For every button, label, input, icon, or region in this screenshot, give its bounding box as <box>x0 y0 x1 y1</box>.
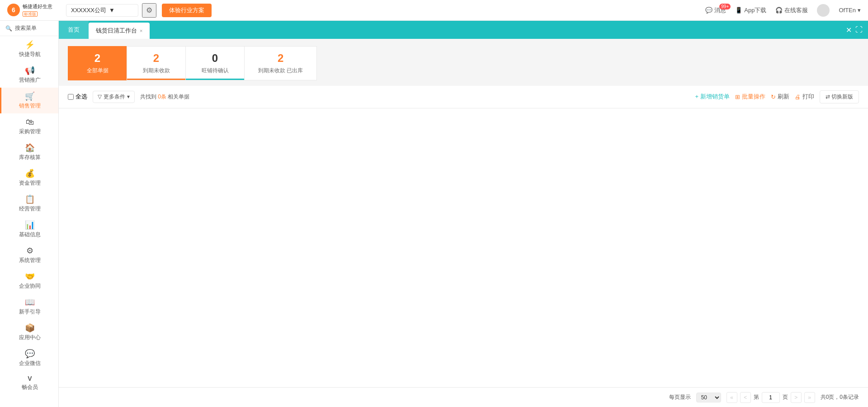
user-chevron-icon: ▾ <box>858 7 861 14</box>
card-all-orders[interactable]: 2 全部单据 <box>68 46 127 80</box>
header-right: 💬 消息 99+ 📱 App下载 🎧 在线客服 OfTEn ▾ <box>705 4 861 17</box>
download-icon: 📱 <box>735 7 742 14</box>
sidebar-item-label: 库存核算 <box>19 154 41 161</box>
batch-label: 批量操作 <box>742 93 765 101</box>
close-tab-button[interactable]: ✕ <box>846 26 852 34</box>
gear-icon: ⚙ <box>146 6 152 14</box>
print-label: 打印 <box>802 93 814 101</box>
tab-workbench[interactable]: 钱货日清工作台 × <box>89 23 150 39</box>
card-underline <box>127 79 185 80</box>
page-size-select[interactable]: 50 20 100 <box>696 393 721 402</box>
sidebar-item-enterprise[interactable]: 🤝 企业协同 <box>0 268 58 294</box>
top-header: 6 畅捷通好生意 标准版 XXXXXX公司 ▼ ⚙ 体验行业方案 💬 消息 99… <box>0 0 868 21</box>
sidebar-item-label: 企业协同 <box>19 282 41 290</box>
sidebar-item-quick-nav[interactable]: ⚡ 快捷导航 <box>0 36 58 62</box>
found-prefix: 共找到 <box>140 94 156 100</box>
page-content: 2 全部单据 2 到期未收款 0 旺铺待确认 2 到期未收款 已出库 <box>59 39 868 407</box>
toolbar-right: + 新增销货单 ⊞ 批量操作 ↻ 刷新 🖨 打印 ⇄ <box>695 90 859 103</box>
search-menu-label: 搜索菜单 <box>15 24 37 32</box>
sidebar-item-marketing[interactable]: 📢 营销推广 <box>0 62 58 88</box>
sidebar-item-label: 应用中心 <box>19 334 41 342</box>
logo-area: 6 畅捷通好生意 标准版 <box>7 3 66 17</box>
avatar[interactable] <box>817 4 830 17</box>
print-button[interactable]: 🖨 打印 <box>795 93 814 101</box>
sidebar-item-label: 采购管理 <box>19 128 41 136</box>
sidebar-item-inventory[interactable]: 🏠 库存核算 <box>0 139 58 165</box>
chevron-down-icon: ▼ <box>109 7 115 14</box>
online-service-button[interactable]: 🎧 在线客服 <box>775 6 808 14</box>
sidebar-item-operations[interactable]: 📋 经营管理 <box>0 191 58 216</box>
app-download-button[interactable]: 📱 App下载 <box>735 6 766 14</box>
refresh-button[interactable]: ↻ 刷新 <box>771 93 789 101</box>
total-text: 共0页，0条记录 <box>821 393 859 401</box>
sidebar-item-guide[interactable]: 📖 新手引导 <box>0 294 58 319</box>
company-selector[interactable]: XXXXXX公司 ▼ <box>66 4 138 17</box>
card-overdue-shipped-label: 到期未收款 已出库 <box>258 67 303 75</box>
card-wangpu-pending[interactable]: 0 旺铺待确认 <box>185 46 244 80</box>
basicinfo-icon: 📊 <box>25 221 35 229</box>
settings-button[interactable]: ⚙ <box>142 3 156 18</box>
summary-cards: 2 全部单据 2 到期未收款 0 旺铺待确认 2 到期未收款 已出库 <box>59 39 868 80</box>
app-download-label: App下载 <box>744 6 766 14</box>
username-area[interactable]: OfTEn ▾ <box>839 7 861 14</box>
found-count: 0条 <box>158 94 166 100</box>
tab-home-label: 首页 <box>68 26 80 34</box>
tab-controls: ✕ ⛶ <box>840 21 868 39</box>
tab-close-icon[interactable]: × <box>140 28 142 33</box>
card-all-orders-number: 2 <box>94 52 100 65</box>
enterprise-icon: 🤝 <box>25 272 35 281</box>
select-all-checkbox[interactable] <box>68 94 74 100</box>
try-industry-button[interactable]: 体验行业方案 <box>162 4 212 17</box>
wechat-icon: 💬 <box>25 350 35 358</box>
main-layout: 🔍 搜索菜单 ⚡ 快捷导航 📢 营销推广 🛒 销售管理 🛍 采购管理 🏠 库存核… <box>0 21 868 407</box>
tab-home[interactable]: 首页 <box>59 21 89 39</box>
card-overdue-uncollected[interactable]: 2 到期未收款 <box>127 46 185 80</box>
page-input[interactable] <box>762 392 780 403</box>
more-filter-button[interactable]: ▽ 更多条件 ▾ <box>93 91 135 103</box>
page-footer: 每页显示 50 20 100 « < 第 页 > » 共0页，0条记录 <box>59 387 868 407</box>
sidebar-item-finance[interactable]: 💰 资金管理 <box>0 165 58 191</box>
last-page-button[interactable]: » <box>804 392 815 403</box>
sidebar-item-sales[interactable]: 🛒 销售管理 <box>0 88 58 113</box>
card-overdue-label: 到期未收款 <box>143 67 170 75</box>
sidebar-item-purchase[interactable]: 🛍 采购管理 <box>0 113 58 139</box>
card-underline <box>186 79 244 80</box>
next-page-button[interactable]: > <box>791 392 802 403</box>
finance-icon: 💰 <box>25 169 35 178</box>
app-center-icon: 📦 <box>25 324 35 332</box>
page-label: 第 <box>754 393 759 401</box>
sidebar-item-app-center[interactable]: 📦 应用中心 <box>0 319 58 345</box>
first-page-button[interactable]: « <box>726 392 737 403</box>
filter-label: 更多条件 <box>104 93 125 101</box>
search-menu-item[interactable]: 🔍 搜索菜单 <box>0 21 58 36</box>
username-text: OfTEn <box>839 7 856 14</box>
add-order-button[interactable]: + 新增销货单 <box>695 93 729 101</box>
sidebar-item-system[interactable]: ⚙ 系统管理 <box>0 242 58 268</box>
sidebar-item-label: 畅会员 <box>22 384 38 391</box>
online-service-label: 在线客服 <box>784 6 808 14</box>
expand-tab-button[interactable]: ⛶ <box>855 26 863 34</box>
card-overdue-number: 2 <box>153 52 159 65</box>
sidebar-item-label: 资金管理 <box>19 179 41 187</box>
filter-chevron-icon: ▾ <box>127 94 130 100</box>
messages-button[interactable]: 💬 消息 99+ <box>705 6 726 14</box>
switch-version-button[interactable]: ⇄ 切换新版 <box>820 90 859 103</box>
company-name: XXXXXX公司 <box>71 6 106 14</box>
purchase-icon: 🛍 <box>26 118 34 126</box>
prev-page-button[interactable]: < <box>740 392 751 403</box>
card-overdue-shipped[interactable]: 2 到期未收款 已出库 <box>244 46 317 80</box>
sidebar-item-basic-info[interactable]: 📊 基础信息 <box>0 216 58 242</box>
member-icon: V <box>28 375 32 382</box>
sidebar-item-member[interactable]: V 畅会员 <box>0 371 58 395</box>
filter-icon: ▽ <box>98 94 102 100</box>
select-all-label: 全选 <box>75 93 87 101</box>
sidebar-item-label: 系统管理 <box>19 257 41 264</box>
print-icon: 🖨 <box>795 94 801 100</box>
select-all-area[interactable]: 全选 <box>68 93 87 101</box>
page-size-label: 每页显示 <box>669 393 691 401</box>
sidebar-item-label: 新手引导 <box>19 308 41 316</box>
sidebar-item-label: 营销推广 <box>19 76 41 84</box>
batch-operation-button[interactable]: ⊞ 批量操作 <box>735 93 765 101</box>
sidebar-item-wechat[interactable]: 💬 企业微信 <box>0 345 58 371</box>
lightning-icon: ⚡ <box>25 41 35 49</box>
